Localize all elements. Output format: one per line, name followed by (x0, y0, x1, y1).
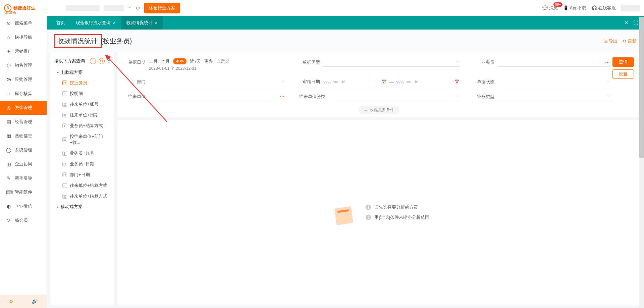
scheme-leaf[interactable]: ▤往来单位+账号 (50, 99, 114, 110)
leaf-icon: ▤ (62, 194, 67, 199)
nav-item[interactable]: ▤经营管理 (0, 115, 47, 129)
nav-item[interactable]: ◐企业微信 (0, 199, 47, 213)
tab-bar: 首页现金银行流水查询✕收款情况统计✕ ✕ ⛶ (47, 16, 644, 30)
messages-link[interactable]: 💬 消息 99+ (542, 5, 558, 11)
download-link[interactable]: 📱 App下载 (563, 5, 586, 11)
left-nav: ⊙搜索菜单⌂快捷导航✦营销推广⬡销售管理🛍采购管理⌂库存核算◎资金管理▤经营管理… (0, 16, 47, 308)
scheme-leaf[interactable]: ▤按往来单位+部门+收... (50, 131, 114, 148)
calendar-icon: 📅 (382, 80, 387, 84)
tab[interactable]: 收款情况统计✕ (121, 16, 163, 30)
nav-label: 采购管理 (15, 76, 32, 83)
volume-icon[interactable]: 🔊 (32, 299, 38, 304)
scheme-leaf[interactable]: ≡往来单位+结算方式 (50, 180, 114, 191)
nav-item[interactable]: ✦营销推广 (0, 44, 47, 58)
support-link[interactable]: 🎧 在线客服 (592, 5, 616, 11)
leaf-label: 业务员+结算方式 (70, 123, 103, 129)
tab[interactable]: 首页 (51, 16, 70, 30)
query-button[interactable]: 查询 (612, 57, 634, 67)
nav-item[interactable]: ✎新手引导 (0, 171, 47, 185)
scheme-leaf[interactable]: ≡按明细 (50, 88, 114, 99)
leaf-icon: ⫿ (62, 123, 67, 128)
close-icon[interactable]: ✕ (155, 21, 158, 25)
nav-item[interactable]: ◯系统管理 (0, 143, 47, 157)
scheme-leaf[interactable]: ⫿业务员+结算方式 (50, 120, 114, 131)
nav-icon: ▦ (6, 133, 11, 139)
settings-icon[interactable]: ⚙ (9, 299, 13, 304)
date-pill-thisyear[interactable]: 本年 (173, 58, 186, 64)
nav-item[interactable]: ⌨智能硬件 (0, 185, 47, 199)
empty-step-2: 2用[过滤]条件来缩小分析范围 (366, 214, 429, 220)
settings-button[interactable]: 设置 (612, 69, 634, 79)
leaf-label: 业务员+账号 (70, 150, 94, 156)
refresh-icon: ⟳ (623, 39, 627, 44)
close-all-icon[interactable]: ✕ (625, 20, 629, 25)
fullscreen-icon[interactable]: ⛶ (633, 20, 638, 25)
phone-icon: 📱 (563, 5, 569, 10)
nav-item[interactable]: ⬡销售管理 (0, 58, 47, 72)
avatar[interactable] (621, 5, 640, 11)
nav-item[interactable]: ◎资金管理 (0, 101, 47, 115)
scheme-panel: 按以下方案查询 + ⚙ « ▾电脑端方案 ◔按业务员≡按明细▤往来单位+账号▤往… (50, 53, 114, 305)
nav-icon: ✎ (6, 175, 11, 181)
nav-item[interactable]: 🛍采购管理 (0, 72, 47, 87)
bill-type-select[interactable]: ﹀ (323, 58, 460, 67)
scrollbar-thumb[interactable] (639, 17, 644, 158)
dept-select[interactable]: ﹀ (149, 78, 285, 86)
clerk-select[interactable]: ⋯ (498, 58, 610, 67)
nav-icon: V (6, 218, 11, 223)
scheme-leaf[interactable]: ◔业务员+日期 (50, 159, 114, 169)
nav-label: 销售管理 (15, 62, 32, 68)
scrollbar[interactable] (639, 17, 644, 308)
header-right: 💬 消息 99+ 📱 App下载 🎧 在线客服 (542, 5, 640, 11)
leaf-label: 按业务员 (70, 80, 87, 86)
leaf-label: 按往来单位+部门+收... (70, 134, 110, 146)
nav-item[interactable]: ⊙搜索菜单 (0, 16, 47, 30)
nav-label: 新手引导 (15, 175, 32, 181)
scheme-leaf[interactable]: ◔按业务员 (50, 78, 114, 88)
add-scheme-button[interactable]: + (90, 58, 96, 64)
nav-item[interactable]: ⌂快捷导航 (0, 30, 47, 44)
nav-icon: 🛍 (6, 77, 11, 82)
audit-date-to[interactable]: yyyy-mm-dd📅 (396, 78, 460, 86)
export-button[interactable]: ⇲导出 (604, 38, 618, 44)
trial-button[interactable]: 体验行业方案 (144, 3, 180, 13)
scheme-leaf[interactable]: ◔部门+日期 (50, 169, 114, 180)
scheme-leaf[interactable]: ⫿业务员+账号 (50, 148, 114, 159)
close-icon[interactable]: ✕ (113, 21, 116, 25)
field-partner: 往来单位 ⋯ (124, 92, 285, 101)
biz-type-select[interactable]: ﹀ (498, 92, 610, 101)
nav-item[interactable]: ▥企业协同 (0, 157, 47, 171)
audit-date-from[interactable]: yyyy-mm-dd📅 (323, 78, 387, 86)
scheme-leaf[interactable]: ▤往来单位+日期 (50, 110, 114, 120)
scheme-leaf[interactable]: ▤往来单位+结算方式 (50, 191, 114, 202)
nav-item[interactable]: ▦基础信息 (0, 129, 47, 143)
scheme-header-label: 按以下方案查询 (54, 58, 87, 64)
tab[interactable]: 现金银行流水查询✕ (70, 16, 121, 30)
nav-label: 经营管理 (15, 119, 32, 125)
date-range-text: 2023-01-01 至 2023-12-31 (149, 66, 285, 71)
leaf-icon: ◔ (62, 162, 67, 166)
partner-select[interactable]: ⋯ (149, 92, 285, 101)
nav-icon: ◯ (6, 147, 11, 153)
collapse-panel-icon[interactable]: « (107, 58, 110, 64)
more-icon: ⋯ (280, 94, 285, 99)
partner-cat-select[interactable]: ﹀ (329, 92, 460, 101)
scheme-settings-button[interactable]: ⚙ (99, 58, 105, 64)
collapse-conditions-button[interactable]: ︽ 收起更多条件 (359, 106, 399, 114)
nav-icon: ⊙ (6, 20, 11, 26)
nav-item[interactable]: V畅会员 (0, 213, 47, 227)
empty-state: 1请先选择要分析的方案 2用[过滤]条件来缩小分析范围 (117, 120, 641, 305)
tree-group-desktop[interactable]: ▾电脑端方案 (50, 67, 114, 78)
leaf-icon: ▤ (62, 137, 67, 142)
gear-icon[interactable]: ⚙ (136, 5, 140, 11)
date-quick-picker[interactable]: 上月 本月 本年 近7天 更多 自定义 (149, 58, 285, 64)
refresh-button[interactable]: ⟳刷新 (623, 38, 637, 44)
nav-item[interactable]: ⌂库存核算 (0, 87, 47, 101)
nav-label: 资金管理 (15, 105, 32, 111)
leaf-icon: ◔ (62, 81, 67, 85)
nav-icon: ⬡ (6, 63, 11, 68)
bill-status-select[interactable]: ﹀ (498, 78, 610, 86)
tree-group-mobile[interactable]: ▸移动端方案 (50, 202, 114, 212)
company-selector[interactable]: ﹀ (66, 5, 132, 11)
nav-label: 企业协同 (15, 161, 32, 167)
